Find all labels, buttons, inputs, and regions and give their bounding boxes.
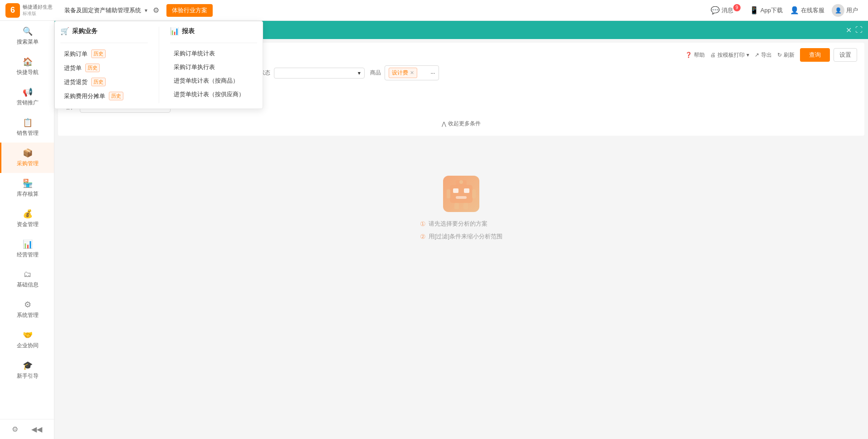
message-label: 消息	[722, 6, 733, 15]
user-label: 用户	[846, 6, 858, 15]
inventory-icon: 🏪	[23, 178, 33, 188]
svg-rect-6	[454, 203, 459, 209]
dropdown-item-incoming-stats-product[interactable]: 进货单统计表（按商品）	[170, 74, 258, 88]
system-icon: ⚙	[24, 300, 31, 310]
sidebar-label-guide: 新手引导	[17, 372, 39, 380]
header-main: 装备及固定资产辅助管理系统 ▾ ⚙ 体验行业方案	[60, 4, 711, 17]
filter-group-doc-status: 单据状态 ▾	[249, 68, 365, 79]
enterprise-icon: 🤝	[23, 330, 33, 340]
product-label: 商品	[370, 69, 381, 77]
refresh-action[interactable]: ↻ 刷新	[777, 51, 795, 59]
sales-icon: 📋	[23, 118, 33, 128]
basic-icon: 🗂	[24, 270, 32, 279]
purchase-divider	[60, 43, 148, 43]
sidebar-collapse-btn[interactable]: ◀◀	[31, 425, 42, 434]
dropdown-item-purchase-order[interactable]: 采购订单 历史	[60, 47, 148, 61]
collapse-up-icon: ⋀	[442, 121, 446, 127]
cost-label: 采购费用分摊单	[64, 92, 105, 100]
report-col-label: 报表	[182, 27, 195, 35]
online-service-label: 在线客服	[801, 6, 824, 15]
sidebar-item-guide[interactable]: 🎓 新手引导	[0, 355, 54, 385]
headset-icon: 👤	[790, 6, 799, 15]
sidebar-item-sales[interactable]: 📋 销售管理	[0, 112, 54, 143]
purchase-order-label: 采购订单	[64, 50, 88, 58]
dropdown-item-incoming-stats-supplier[interactable]: 进货单统计表（按供应商）	[170, 88, 258, 101]
sidebar-settings-btn[interactable]: ⚙	[12, 425, 18, 434]
operation-icon: 📊	[23, 239, 33, 249]
export-action[interactable]: ↗ 导出	[755, 51, 772, 59]
tab-maximize-btn[interactable]: ⛶	[855, 26, 863, 34]
collapse-row: ⋀ 收起更多条件	[65, 117, 857, 130]
sidebar-item-operation[interactable]: 📊 经营管理	[0, 234, 54, 264]
dropdown-item-cost[interactable]: 采购费用分摊单 历史	[60, 89, 148, 103]
tab-close-window-btn[interactable]: ✕	[846, 26, 852, 35]
collapse-btn[interactable]: ⋀ 收起更多条件	[439, 117, 483, 130]
template-print-action[interactable]: 🖨 按模板打印 ▾	[710, 51, 749, 59]
sidebar-item-system[interactable]: ⚙ 系统管理	[0, 294, 54, 325]
sidebar-label-capital: 资金管理	[17, 221, 39, 228]
help-action[interactable]: ❓ 帮助	[685, 51, 705, 59]
svg-rect-4	[447, 189, 450, 198]
system-dropdown-btn[interactable]: ▾	[145, 7, 147, 14]
app-download-action[interactable]: 📱 App下载	[750, 6, 783, 15]
dropdown-separator	[159, 27, 159, 103]
export-label: 导出	[761, 51, 772, 59]
help-icon: ❓	[685, 52, 692, 58]
product-tag-close[interactable]: ✕	[410, 70, 414, 76]
purchase-col-icon: 🛒	[60, 27, 69, 35]
purchase-col-title: 🛒 采购业务	[60, 27, 148, 38]
order-exec-label: 采购订单执行表	[174, 63, 215, 71]
dropdown-item-return[interactable]: 进货退货 历史	[60, 75, 148, 89]
online-service-action[interactable]: 👤 在线客服	[790, 6, 824, 15]
user-action[interactable]: 👤 用户	[832, 4, 858, 17]
query-btn[interactable]: 查询	[800, 48, 830, 62]
logo-text-block: 畅捷通好生意 标准版	[23, 4, 53, 16]
svg-rect-5	[472, 189, 476, 198]
logo-name: 畅捷通好生意	[23, 4, 53, 10]
dropdown-item-incoming[interactable]: 进货单 历史	[60, 61, 148, 75]
sidebar-item-quick-nav[interactable]: 🏠 快捷导航	[0, 51, 54, 82]
filter-group-product: 商品 设计费 ✕ ···	[370, 65, 439, 80]
industry-btn[interactable]: 体验行业方案	[166, 4, 213, 17]
incoming-stats-supplier-label: 进货单统计表（按供应商）	[174, 90, 244, 99]
cost-history-badge: 历史	[109, 92, 123, 100]
message-badge: 9	[733, 4, 741, 11]
purchase-col: 🛒 采购业务 采购订单 历史 进货单 历史 进货退货 历史 采购费用分摊单 历史	[60, 27, 148, 103]
sidebar-item-marketing[interactable]: 📢 营销推广	[0, 82, 54, 112]
dropdown-item-order-exec[interactable]: 采购订单执行表	[170, 60, 258, 74]
help-label: 帮助	[694, 51, 705, 59]
message-action[interactable]: 💬 消息 9	[711, 6, 742, 15]
tab-window-btns: ✕ ⛶	[846, 26, 868, 35]
sidebar-label-quick-nav: 快捷导航	[17, 69, 39, 76]
product-select[interactable]: 设计费 ✕ ···	[385, 65, 439, 80]
svg-rect-3	[456, 196, 467, 199]
refresh-label: 刷新	[784, 51, 795, 59]
filter-settings-btn[interactable]: 设置	[834, 48, 857, 62]
sidebar-item-enterprise[interactable]: 🤝 企业协同	[0, 325, 54, 355]
robot-svg	[443, 176, 479, 212]
report-col: 📊 报表 采购订单统计表 采购订单执行表 进货单统计表（按商品） 进货单统计表（…	[170, 27, 258, 103]
sidebar-item-basic[interactable]: 🗂 基础信息	[0, 264, 54, 294]
svg-rect-0	[450, 185, 473, 203]
home-icon: 🏠	[23, 57, 33, 67]
sidebar-label-system: 系统管理	[17, 311, 39, 319]
incoming-label: 进货单	[64, 64, 82, 72]
doc-status-select[interactable]: ▾	[274, 68, 365, 79]
phone-icon: 📱	[750, 6, 759, 15]
sidebar-item-purchase[interactable]: 📦 采购管理	[0, 143, 54, 173]
sidebar-item-inventory[interactable]: 🏪 库存核算	[0, 173, 54, 203]
logo-area: 6 畅捷通好生意 标准版	[5, 3, 60, 18]
sidebar-label-sales: 销售管理	[17, 129, 39, 137]
purchase-icon: 📦	[23, 148, 33, 158]
collapse-label: 收起更多条件	[448, 120, 481, 128]
purchase-dropdown-menu: 🛒 采购业务 采购订单 历史 进货单 历史 进货退货 历史 采购费用分摊单 历史…	[54, 21, 263, 109]
system-settings-btn[interactable]: ⚙	[153, 6, 159, 15]
purchase-order-history-badge: 历史	[91, 49, 106, 58]
doc-status-dropdown-icon: ▾	[358, 70, 361, 76]
sidebar-item-capital[interactable]: 💰 资金管理	[0, 203, 54, 234]
sidebar-item-search[interactable]: 🔍 搜索菜单	[0, 21, 54, 51]
incoming-history-badge: 历史	[85, 64, 100, 72]
incoming-stats-product-label: 进货单统计表（按商品）	[174, 77, 239, 85]
report-col-icon: 📊	[170, 27, 179, 35]
dropdown-item-order-stats[interactable]: 采购订单统计表	[170, 47, 258, 60]
